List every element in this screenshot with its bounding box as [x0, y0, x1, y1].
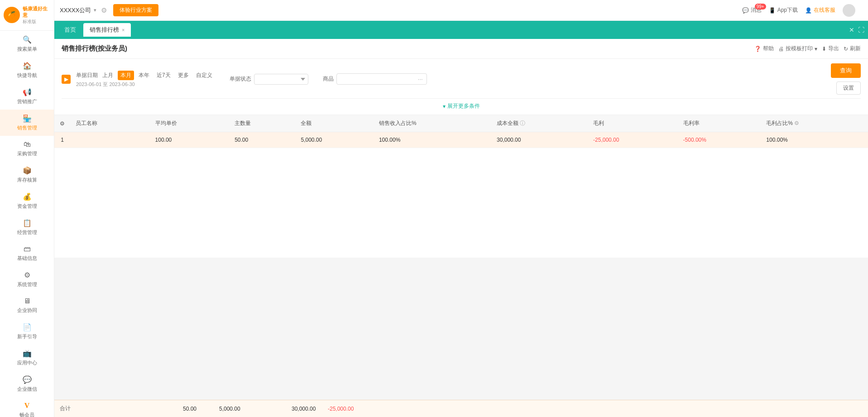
date-btn-last-month[interactable]: 上月: [100, 71, 116, 80]
table-header-row: ⚙ 员工名称 平均单价 主数量 全额 销售收入占比% 成本全额 ⓘ 毛利 毛利率: [54, 115, 868, 132]
footer-gross: -25,000.00: [322, 406, 359, 412]
online-service-button[interactable]: 👤 在线客服: [805, 6, 835, 14]
sidebar-item-system[interactable]: ⚙ 系统管理: [0, 266, 54, 292]
sidebar-item-label: 经营管理: [17, 229, 37, 236]
help-label: 帮助: [763, 45, 774, 53]
sidebar-item-label: 快捷导航: [17, 72, 37, 79]
wechat-icon: 💬: [23, 375, 32, 384]
date-filter-field: 单据日期 上月 本月 本年 近7天 更多 自定义 2023-06-01 至 20…: [76, 71, 215, 88]
th-settings: ⚙: [54, 115, 70, 132]
data-table: ⚙ 员工名称 平均单价 主数量 全额 销售收入占比% 成本全额 ⓘ 毛利 毛利率: [54, 115, 868, 148]
date-btn-this-month[interactable]: 本月: [118, 71, 134, 80]
sidebar-item-apps[interactable]: 📺 应用中心: [0, 345, 54, 371]
sidebar-item-collab[interactable]: 🖥 企业协同: [0, 292, 54, 318]
sidebar: 🍊 畅康通好生意 标准版 🔍 搜索菜单 🏠 快捷导航 📢 营销推广 🏪 销售管理…: [0, 0, 54, 417]
sidebar-item-purchase[interactable]: 🛍 采购管理: [0, 136, 54, 162]
th-avg-price: 平均单价: [150, 115, 230, 132]
sidebar-item-label: 基础信息: [17, 255, 37, 262]
sidebar-item-label: 采购管理: [17, 150, 37, 157]
date-btn-custom[interactable]: 自定义: [193, 71, 215, 80]
status-filter-label: 单据状态: [230, 75, 251, 83]
sidebar-item-finance[interactable]: 💰 资金管理: [0, 188, 54, 214]
cell-rank: 1: [54, 132, 70, 148]
export-button[interactable]: ⬇ 导出: [822, 45, 839, 53]
footer-qty: 50.00: [177, 406, 214, 412]
app-icon: 📱: [769, 7, 776, 14]
filter-row: ▶ 单据日期 上月 本月 本年 近7天 更多 自定义: [62, 63, 861, 95]
gross-pct-help-icon[interactable]: ⚙: [794, 120, 799, 126]
cell-sales-pct: 100.00%: [374, 132, 491, 148]
cell-amount: 5,000.00: [295, 132, 373, 148]
sidebar-item-inventory[interactable]: 📦 库存核算: [0, 162, 54, 188]
basic-info-icon: 🗃: [24, 245, 31, 253]
page-actions: ❓ 帮助 🖨 按模板打印 ▾ ⬇ 导出 ↻ 刷新: [754, 45, 861, 53]
topbar-gear-icon[interactable]: ⚙: [101, 6, 107, 14]
company-selector[interactable]: XXXXX公司 ▾: [60, 6, 96, 14]
trial-button[interactable]: 体验行业方案: [113, 4, 158, 16]
expand-more-button[interactable]: ▾ 展开更多条件: [62, 102, 861, 110]
sidebar-item-member[interactable]: V 畅会员: [0, 397, 54, 417]
tab-sales-ranking[interactable]: 销售排行榜 ×: [83, 23, 131, 37]
page-title: 销售排行榜(按业务员): [62, 44, 127, 53]
app-download-button[interactable]: 📱 App下载: [769, 6, 798, 14]
query-button[interactable]: 查询: [831, 63, 861, 78]
settings-button[interactable]: 设置: [836, 81, 861, 95]
help-icon: ❓: [754, 46, 761, 52]
tab-home-label: 首页: [64, 26, 76, 34]
sidebar-item-label: 企业微信: [17, 386, 37, 393]
date-btn-more[interactable]: 更多: [175, 71, 192, 80]
system-icon: ⚙: [24, 271, 30, 279]
sidebar-item-nav[interactable]: 🏠 快捷导航: [0, 57, 54, 83]
home-icon: 🏠: [23, 62, 32, 70]
message-button[interactable]: 💬 消息 99+: [742, 6, 762, 14]
print-label: 按模板打印: [786, 45, 813, 53]
company-name: XXXXX公司: [60, 6, 91, 14]
date-range-display: 2023-06-01 至 2023-06-30: [76, 81, 215, 88]
tab-close-icon[interactable]: ×: [122, 27, 125, 33]
cell-avg-price: 100.00: [150, 132, 230, 148]
status-select[interactable]: [254, 74, 308, 85]
cost-help-icon[interactable]: ⓘ: [520, 120, 525, 126]
print-button[interactable]: 🖨 按模板打印 ▾: [778, 45, 817, 53]
sidebar-item-search[interactable]: 🔍 搜索菜单: [0, 31, 54, 57]
sidebar-item-label: 营销推广: [17, 98, 37, 105]
refresh-label: 刷新: [850, 45, 861, 53]
table-container: ⚙ 员工名称 平均单价 主数量 全额 销售收入占比% 成本全额 ⓘ 毛利 毛利率: [54, 115, 868, 258]
window-close-icon[interactable]: ✕: [849, 26, 854, 34]
app-version: 标准版: [23, 19, 50, 25]
content-area: 销售排行榜(按业务员) ❓ 帮助 🖨 按模板打印 ▾ ⬇ 导出 ↻ 刷新: [54, 39, 868, 417]
sidebar-item-guide[interactable]: 📄 新手引导: [0, 318, 54, 345]
sidebar-item-wechat[interactable]: 💬 企业微信: [0, 371, 54, 397]
collab-icon: 🖥: [24, 297, 31, 305]
search-icon: 🔍: [23, 35, 32, 44]
goods-more-icon[interactable]: ···: [418, 76, 423, 82]
filter-collapse-toggle[interactable]: ▶: [62, 75, 71, 84]
date-btn-7days[interactable]: 近7天: [154, 71, 173, 80]
logo: 🍊 畅康通好生意 标准版: [0, 0, 54, 31]
main-area: XXXXX公司 ▾ ⚙ 体验行业方案 💬 消息 99+ 📱 App下载 👤 在线…: [54, 0, 868, 417]
expand-label: 展开更多条件: [447, 102, 480, 110]
date-buttons: 上月 本月 本年 近7天 更多 自定义: [100, 71, 215, 80]
sidebar-item-sales[interactable]: 🏪 销售管理: [0, 110, 54, 136]
help-button[interactable]: ❓ 帮助: [754, 45, 774, 53]
th-cost: 成本全额 ⓘ: [491, 115, 588, 132]
operations-icon: 📋: [23, 219, 32, 227]
sidebar-item-marketing[interactable]: 📢 营销推广: [0, 83, 54, 110]
cell-gross-pct: 100.00%: [761, 132, 868, 148]
th-name: 员工名称: [70, 115, 150, 132]
sidebar-item-basic-info[interactable]: 🗃 基础信息: [0, 240, 54, 266]
export-icon: ⬇: [822, 46, 826, 52]
table-settings-icon[interactable]: ⚙: [60, 120, 65, 127]
tab-home[interactable]: 首页: [58, 23, 82, 37]
sidebar-item-operations[interactable]: 📋 经营管理: [0, 214, 54, 240]
marketing-icon: 📢: [23, 88, 32, 96]
message-icon: 💬: [742, 7, 749, 14]
user-avatar[interactable]: [843, 4, 855, 17]
refresh-button[interactable]: ↻ 刷新: [844, 45, 861, 53]
inventory-icon: 📦: [23, 166, 32, 175]
date-btn-this-year[interactable]: 本年: [136, 71, 152, 80]
window-fullscreen-icon[interactable]: ⛶: [858, 26, 864, 34]
sidebar-item-label: 库存核算: [17, 177, 37, 183]
sidebar-item-label: 畅会员: [19, 412, 34, 417]
table-row: 1 100.00 50.00 5,000.00 100.00% 30,000.0…: [54, 132, 868, 148]
